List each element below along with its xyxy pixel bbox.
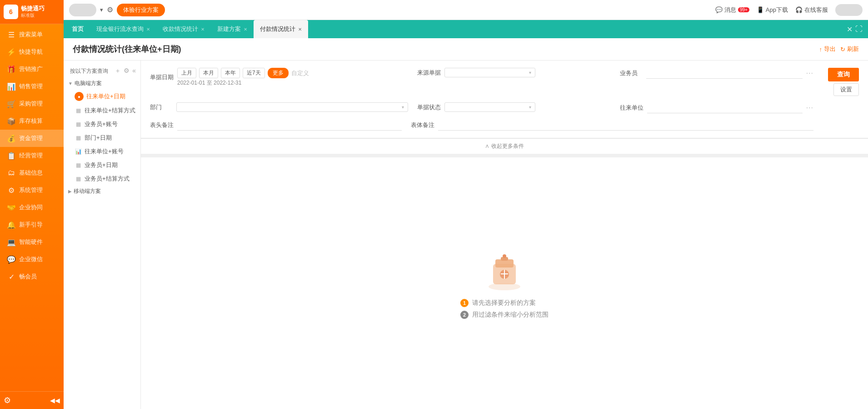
scheme-item-partner-account[interactable]: 📊 往来单位+账号 [64, 145, 140, 158]
scheme-mobile-section[interactable]: ▶ 移动端方案 [64, 186, 140, 197]
tab-home[interactable]: 首页 [65, 20, 90, 38]
scheme-add-button[interactable]: ＋ [115, 67, 121, 75]
date-btn-last-7days[interactable]: 近7天 [243, 68, 265, 78]
refresh-button[interactable]: ↻ 刷新 [840, 45, 859, 53]
sidebar-item-member[interactable]: ✓ 畅会员 [0, 268, 64, 285]
date-btn-more[interactable]: 更多 [268, 68, 289, 78]
sidebar-item-hardware[interactable]: 💻 智能硬件 [0, 233, 64, 251]
tab-payment-stats[interactable]: 付款情况统计 ✕ [254, 20, 308, 38]
tab-bank-flow[interactable]: 现金银行流水查询 ✕ [90, 20, 156, 38]
sidebar-item-system[interactable]: ⚙ 系统管理 [0, 182, 64, 199]
empty-tips: 1 请先选择要分析的方案 2 用过滤条件来缩小分析范围 [460, 299, 549, 319]
partner-dots-button[interactable]: ··· [806, 104, 813, 112]
sidebar-item-operation[interactable]: 📋 经营管理 [0, 147, 64, 164]
dept-select[interactable]: ▾ [176, 102, 408, 112]
body-note-input[interactable] [438, 120, 813, 131]
scheme-item-partner-date[interactable]: ● 往来单位+日期 [64, 89, 140, 104]
tab-new-scheme[interactable]: 新建方案 ✕ [211, 20, 254, 38]
date-btn-this-year[interactable]: 本年 [221, 68, 240, 78]
filter-action-buttons: 查询 设置 [823, 68, 859, 96]
doc-status-dropdown-icon: ▾ [529, 105, 531, 110]
sidebar-item-label: 基础信息 [19, 169, 43, 177]
collapse-bar[interactable]: ∧ 收起更多条件 [141, 138, 868, 154]
collapse-label: 收起更多条件 [491, 143, 524, 149]
scheme-collapse-button[interactable]: « [132, 67, 136, 75]
tabbar-actions: ✕ ⛶ [847, 25, 866, 34]
sidebar-collapse-icon[interactable]: ◀◀ [50, 397, 60, 404]
online-service-button[interactable]: 🎧 在线客服 [795, 6, 828, 14]
sidebar-item-enterprise[interactable]: 🤝 企业协同 [0, 199, 64, 216]
page-header: 付款情况统计(往来单位+日期) ↑ 导出 ↻ 刷新 [64, 38, 868, 61]
sidebar-item-sales[interactable]: 📊 销售管理 [0, 78, 64, 95]
topbar-dropdown-icon[interactable]: ▾ [100, 6, 103, 13]
user-avatar[interactable] [835, 4, 863, 16]
header-note-label: 表头备注 [150, 121, 174, 129]
scheme-item-salesperson-settle[interactable]: ▦ 业务员+结算方式 [64, 172, 140, 186]
scheme-item-partner-settle[interactable]: ▦ 往来单位+结算方式 [64, 104, 140, 117]
message-label: 消息 [724, 6, 736, 14]
filter-row-1: 单据日期 上月 本月 本年 近7天 更多 自定义 20 [150, 68, 859, 96]
tab-home-label: 首页 [72, 25, 84, 33]
sidebar-item-label: 库存核算 [19, 117, 43, 125]
scheme-settings-button[interactable]: ⚙ [124, 67, 130, 75]
sidebar-item-marketing[interactable]: 🎁 营销推广 [0, 61, 64, 78]
sidebar-item-inventory[interactable]: 📦 库存核算 [0, 112, 64, 130]
partner-label: 往来单位 [620, 104, 644, 112]
purchase-icon: 🛒 [7, 100, 15, 108]
sidebar-item-label: 智能硬件 [19, 238, 43, 246]
salesperson-input[interactable] [646, 68, 803, 79]
date-btn-this-month[interactable]: 本月 [199, 68, 218, 78]
export-button[interactable]: ↑ 导出 [819, 45, 836, 53]
scheme-item-salesperson-date[interactable]: ▦ 业务员+日期 [64, 158, 140, 172]
sidebar-item-quick-nav[interactable]: ⚡ 快捷导航 [0, 43, 64, 61]
doc-status-label: 单据状态 [417, 103, 441, 111]
trial-button[interactable]: 体验行业方案 [117, 4, 165, 16]
tab-new-scheme-close[interactable]: ✕ [244, 27, 247, 32]
salesperson-dots-button[interactable]: ··· [806, 69, 813, 77]
scheme-item-label: 业务员+账号 [85, 120, 118, 128]
topbar-gear-icon[interactable]: ⚙ [107, 5, 113, 14]
scheme-item-label: 业务员+结算方式 [85, 175, 130, 183]
sidebar-item-capital[interactable]: 💰 资金管理 [0, 130, 64, 147]
sidebar-item-purchase[interactable]: 🛒 采购管理 [0, 95, 64, 112]
query-button[interactable]: 查询 [828, 68, 859, 81]
scheme-panel-actions: ＋ ⚙ « [115, 67, 136, 75]
operation-icon: 📋 [7, 151, 15, 160]
sidebar-item-wechat[interactable]: 💬 企业微信 [0, 251, 64, 268]
header-note-input[interactable] [177, 120, 402, 131]
doc-status-select[interactable]: ▾ [444, 102, 535, 112]
tab-payment-stats-label: 付款情况统计 [260, 25, 295, 33]
tab-receipt-stats[interactable]: 收款情况统计 ✕ [156, 20, 211, 38]
tab-bank-flow-label: 现金银行流水查询 [96, 25, 144, 33]
page-actions: ↑ 导出 ↻ 刷新 [819, 45, 859, 53]
tab-close-all-icon[interactable]: ✕ [847, 25, 853, 34]
tabbar: 首页 现金银行流水查询 ✕ 收款情况统计 ✕ 新建方案 ✕ 付款情况统计 ✕ ✕… [64, 20, 868, 38]
scheme-item-dept-date[interactable]: ▦ 部门+日期 [64, 131, 140, 145]
tab-expand-icon[interactable]: ⛶ [855, 25, 863, 33]
filter-row-3: 表头备注 表体备注 [150, 120, 859, 131]
scheme-item-salesperson-account[interactable]: ▦ 业务员+账号 [64, 117, 140, 131]
source-select[interactable]: ▾ [444, 68, 535, 77]
tab-bank-flow-close[interactable]: ✕ [146, 27, 150, 32]
tab-receipt-stats-close[interactable]: ✕ [201, 27, 205, 32]
partner-input[interactable] [647, 102, 803, 113]
settings-button[interactable]: 设置 [833, 83, 859, 96]
scheme-desktop-section[interactable]: ▼ 电脑端方案 [64, 78, 140, 89]
sidebar-item-search-menu[interactable]: ☰ 搜索菜单 [0, 26, 64, 43]
desktop-arrow-icon: ▼ [68, 81, 73, 86]
hardware-icon: 💻 [7, 238, 15, 246]
sidebar-settings-icon[interactable]: ⚙ [4, 395, 11, 405]
tab-payment-stats-close[interactable]: ✕ [298, 27, 302, 32]
message-button[interactable]: 💬 消息 99+ [715, 6, 749, 14]
sidebar-item-guide[interactable]: 🔔 新手引导 [0, 216, 64, 233]
scheme-panel: 按以下方案查询 ＋ ⚙ « ▼ 电脑端方案 ● 往来单位+日期 ▦ [64, 61, 141, 409]
quick-nav-icon: ⚡ [7, 48, 15, 56]
date-btn-last-month[interactable]: 上月 [177, 68, 196, 78]
sidebar-item-basic[interactable]: 🗂 基础信息 [0, 164, 64, 182]
enterprise-icon: 🤝 [7, 203, 15, 212]
topbar-avatar [69, 4, 96, 16]
sidebar: 6 畅捷通巧 标准版 ☰ 搜索菜单 ⚡ 快捷导航 🎁 营销推广 📊 销售管理 🛒… [0, 0, 64, 409]
app-download-button[interactable]: 📱 App下载 [757, 6, 788, 14]
tip-text-1: 请先选择要分析的方案 [472, 299, 536, 307]
source-label: 来源单据 [417, 69, 441, 77]
